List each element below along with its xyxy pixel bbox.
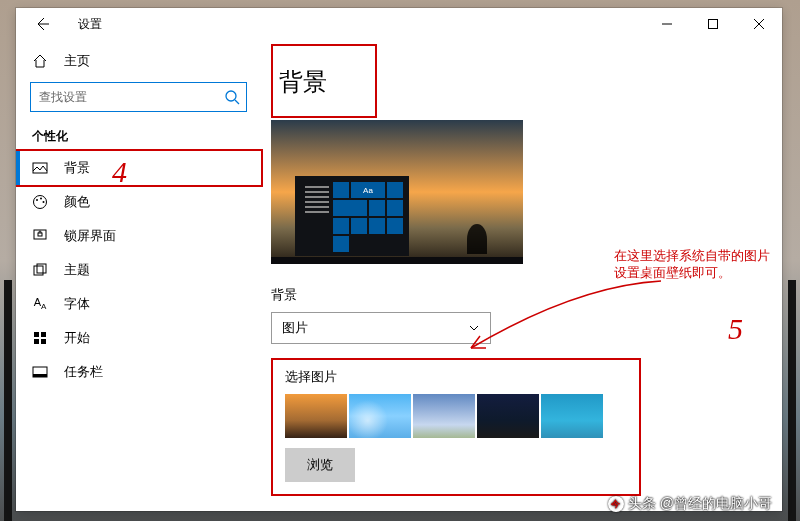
thumbnail-4[interactable] bbox=[477, 394, 539, 438]
sidebar-item-lockscreen[interactable]: 锁屏界面 bbox=[16, 219, 261, 253]
browse-button[interactable]: 浏览 bbox=[285, 448, 355, 482]
picture-icon bbox=[32, 160, 48, 176]
thumbnail-3[interactable] bbox=[413, 394, 475, 438]
search-icon bbox=[224, 89, 240, 105]
watermark-logo-icon: 今 bbox=[608, 496, 624, 512]
bg-dropdown-value: 图片 bbox=[282, 319, 308, 337]
sidebar-item-background[interactable]: 背景 bbox=[16, 151, 261, 185]
sidebar-item-start[interactable]: 开始 bbox=[16, 321, 261, 355]
title-bar: 设置 bbox=[16, 8, 782, 40]
back-button[interactable] bbox=[16, 16, 74, 32]
thumbnail-5[interactable] bbox=[541, 394, 603, 438]
svg-rect-0 bbox=[709, 20, 718, 29]
minimize-icon bbox=[662, 19, 672, 29]
thumbnail-2[interactable] bbox=[349, 394, 411, 438]
svg-rect-11 bbox=[34, 332, 39, 337]
preview-aa-tile: Aa bbox=[351, 182, 385, 198]
choose-picture-label: 选择图片 bbox=[285, 368, 627, 386]
thumbnail-row bbox=[285, 394, 627, 438]
svg-point-4 bbox=[36, 199, 38, 201]
sidebar-item-label: 字体 bbox=[64, 295, 90, 313]
watermark: 今 头条 @曾经的电脑小哥 bbox=[608, 495, 772, 513]
thumbnail-1[interactable] bbox=[285, 394, 347, 438]
sidebar-item-label: 主题 bbox=[64, 261, 90, 279]
svg-rect-16 bbox=[33, 374, 47, 377]
sidebar-home[interactable]: 主页 bbox=[16, 44, 261, 78]
sidebar-item-label: 开始 bbox=[64, 329, 90, 347]
annotation-tip: 在这里选择系统自带的图片 设置桌面壁纸即可。 bbox=[614, 248, 770, 282]
sidebar-item-fonts[interactable]: AA 字体 bbox=[16, 287, 261, 321]
window-title: 设置 bbox=[74, 16, 102, 33]
sidebar-item-themes[interactable]: 主题 bbox=[16, 253, 261, 287]
annotation-5: 5 bbox=[728, 312, 743, 346]
bg-field-label: 背景 bbox=[271, 286, 758, 304]
svg-point-5 bbox=[40, 198, 42, 200]
sidebar-section-label: 个性化 bbox=[16, 116, 261, 151]
minimize-button[interactable] bbox=[644, 8, 690, 40]
annotation-4: 4 bbox=[112, 155, 127, 189]
search-input[interactable]: 查找设置 bbox=[30, 82, 247, 112]
browse-label: 浏览 bbox=[307, 456, 333, 474]
sidebar-item-label: 颜色 bbox=[64, 193, 90, 211]
font-icon: AA bbox=[32, 296, 48, 312]
lockscreen-icon bbox=[32, 228, 48, 244]
sidebar-item-taskbar[interactable]: 任务栏 bbox=[16, 355, 261, 389]
svg-rect-8 bbox=[38, 233, 42, 236]
svg-rect-9 bbox=[34, 266, 43, 275]
svg-point-3 bbox=[34, 196, 47, 209]
svg-rect-13 bbox=[34, 339, 39, 344]
svg-rect-10 bbox=[37, 264, 46, 273]
svg-rect-14 bbox=[41, 339, 46, 344]
home-icon bbox=[32, 53, 48, 69]
sidebar-home-label: 主页 bbox=[64, 52, 90, 70]
taskbar-icon bbox=[32, 364, 48, 380]
desktop-preview: Aa bbox=[271, 120, 523, 264]
maximize-icon bbox=[708, 19, 718, 29]
sidebar-item-colors[interactable]: 颜色 bbox=[16, 185, 261, 219]
page-title: 背景 bbox=[279, 66, 327, 98]
watermark-text: 头条 @曾经的电脑小哥 bbox=[628, 495, 772, 513]
back-arrow-icon bbox=[34, 16, 50, 32]
choose-picture-box: 选择图片 浏览 bbox=[271, 358, 641, 496]
sidebar: 主页 查找设置 个性化 背景 bbox=[16, 40, 261, 511]
svg-point-6 bbox=[43, 201, 45, 203]
themes-icon bbox=[32, 262, 48, 278]
chevron-down-icon bbox=[468, 322, 480, 334]
sidebar-item-label: 背景 bbox=[64, 159, 90, 177]
svg-rect-12 bbox=[41, 332, 46, 337]
palette-icon bbox=[32, 194, 48, 210]
sidebar-item-label: 锁屏界面 bbox=[64, 227, 116, 245]
close-button[interactable] bbox=[736, 8, 782, 40]
start-icon bbox=[32, 330, 48, 346]
sidebar-item-label: 任务栏 bbox=[64, 363, 103, 381]
bg-dropdown[interactable]: 图片 bbox=[271, 312, 491, 344]
close-icon bbox=[754, 19, 764, 29]
maximize-button[interactable] bbox=[690, 8, 736, 40]
svg-point-1 bbox=[226, 91, 236, 101]
search-placeholder: 查找设置 bbox=[39, 89, 87, 106]
